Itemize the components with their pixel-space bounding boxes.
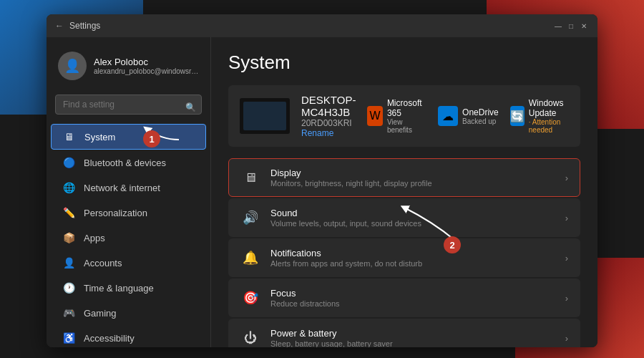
settings-text-display: Display Monitors, brightness, night ligh… — [270, 168, 555, 188]
close-button[interactable]: ✕ — [579, 21, 589, 31]
settings-window: ← Settings — □ ✕ 👤 Alex Poloboc alexandr… — [47, 14, 597, 347]
nav-label-time: Time & language — [84, 283, 154, 294]
user-info: Alex Poloboc alexandru_poloboc@windowsre… — [94, 57, 199, 75]
chevron-icon-sound: › — [565, 213, 568, 223]
settings-list: 🖥 Display Monitors, brightness, night li… — [228, 158, 580, 347]
nav-label-accounts: Accounts — [84, 258, 122, 268]
settings-name-display: Display — [270, 168, 555, 178]
settings-name-focus: Focus — [270, 288, 555, 299]
device-id: 20RD003KRI — [301, 118, 356, 128]
sidebar-item-accessibility[interactable]: ♿ Accessibility — [51, 326, 206, 347]
user-profile: 👤 Alex Poloboc alexandru_poloboc@windows… — [47, 46, 210, 92]
settings-desc-power: Sleep, battery usage, battery saver — [270, 339, 555, 347]
settings-text-notifications: Notifications Alerts from apps and syste… — [270, 248, 555, 268]
nav-icon-apps: 📦 — [62, 231, 75, 244]
window-title: Settings — [69, 21, 100, 31]
nav-icon-network: 🌐 — [62, 181, 75, 194]
main-content: System DESKTOP-MC4H3JB 20RD003KRI Rename… — [211, 37, 597, 347]
settings-name-notifications: Notifications — [270, 248, 555, 258]
chevron-icon-power: › — [565, 333, 568, 344]
nav-list: 🖥 System 🔵 Bluetooth & devices 🌐 Network… — [47, 123, 210, 347]
titlebar-controls: — □ ✕ — [553, 21, 589, 31]
nav-icon-personalization: ✏️ — [62, 206, 75, 219]
annotation-1: 1 — [143, 130, 160, 147]
device-details: DESKTOP-MC4H3JB 20RD003KRI Rename — [301, 94, 356, 138]
settings-name-sound: Sound — [270, 208, 555, 218]
sidebar-item-accounts[interactable]: 👤 Accounts — [51, 251, 206, 275]
nav-icon-accounts: 👤 — [62, 256, 75, 269]
nav-label-personalization: Personalization — [84, 208, 147, 218]
device-bar: DESKTOP-MC4H3JB 20RD003KRI Rename W Micr… — [228, 85, 580, 147]
settings-item-focus[interactable]: 🎯 Focus Reduce distractions › — [228, 279, 580, 317]
quick-link-onedrive[interactable]: ☁ OneDrive Backed up — [438, 98, 499, 134]
quick-link-icon-winupdate: 🔄 — [510, 106, 525, 126]
quick-link-name-onedrive: OneDrive — [462, 107, 499, 117]
user-name: Alex Poloboc — [94, 57, 199, 67]
minimize-button[interactable]: — — [553, 21, 563, 31]
settings-item-display[interactable]: 🖥 Display Monitors, brightness, night li… — [228, 158, 580, 197]
settings-name-power: Power & battery — [270, 328, 555, 339]
search-container: 🔍 — [47, 92, 210, 123]
settings-desc-display: Monitors, brightness, night light, displ… — [270, 179, 555, 188]
settings-desc-focus: Reduce distractions — [270, 299, 555, 308]
quick-link-icon-ms365: W — [367, 106, 382, 126]
quick-link-text-onedrive: OneDrive Backed up — [462, 107, 499, 125]
settings-icon-notifications: 🔔 — [240, 248, 260, 268]
chevron-icon-focus: › — [565, 293, 568, 304]
quick-link-sub-ms365: View benefits — [387, 118, 426, 134]
nav-label-bluetooth: Bluetooth & devices — [84, 158, 166, 168]
sidebar-item-network[interactable]: 🌐 Network & internet — [51, 175, 206, 200]
avatar-icon: 👤 — [64, 58, 80, 74]
window-content: 👤 Alex Poloboc alexandru_poloboc@windows… — [47, 37, 597, 347]
avatar: 👤 — [58, 52, 87, 80]
user-email: alexandru_poloboc@windowsreport... — [94, 67, 199, 75]
sidebar-item-apps[interactable]: 📦 Apps — [51, 226, 206, 250]
quick-link-name-winupdate: Windows Update — [529, 98, 570, 118]
sidebar-item-bluetooth[interactable]: 🔵 Bluetooth & devices — [51, 150, 206, 175]
quick-link-ms365[interactable]: W Microsoft 365 View benefits — [367, 98, 426, 134]
nav-label-apps: Apps — [84, 233, 105, 243]
page-title: System — [228, 52, 580, 74]
settings-item-notifications[interactable]: 🔔 Notifications Alerts from apps and sys… — [228, 238, 580, 277]
settings-text-sound: Sound Volume levels, output, input, soun… — [270, 208, 555, 228]
device-name: DESKTOP-MC4H3JB — [301, 94, 356, 118]
nav-label-network: Network & internet — [84, 183, 160, 193]
settings-icon-display: 🖥 — [240, 168, 260, 188]
sidebar-item-system[interactable]: 🖥 System — [51, 124, 206, 150]
quick-links: W Microsoft 365 View benefits ☁ OneDrive… — [367, 98, 569, 134]
device-thumbnail — [240, 98, 290, 134]
search-input[interactable] — [55, 95, 202, 115]
quick-link-winupdate[interactable]: 🔄 Windows Update · Attention needed — [510, 98, 570, 134]
nav-icon-system: 🖥 — [63, 130, 76, 143]
titlebar-left: ← Settings — [55, 21, 100, 31]
settings-item-sound[interactable]: 🔊 Sound Volume levels, output, input, so… — [228, 198, 580, 237]
settings-item-power[interactable]: ⏻ Power & battery Sleep, battery usage, … — [228, 319, 580, 347]
sidebar: 👤 Alex Poloboc alexandru_poloboc@windows… — [47, 37, 211, 347]
nav-label-system: System — [84, 132, 115, 142]
titlebar: ← Settings — □ ✕ — [47, 14, 597, 37]
sidebar-item-gaming[interactable]: 🎮 Gaming — [51, 301, 206, 325]
search-icon: 🔍 — [185, 102, 196, 112]
annotation-2: 2 — [444, 236, 461, 253]
nav-icon-accessibility: ♿ — [62, 332, 75, 344]
chevron-icon-notifications: › — [565, 253, 568, 263]
sidebar-item-personalization[interactable]: ✏️ Personalization — [51, 200, 206, 225]
quick-link-text-ms365: Microsoft 365 View benefits — [387, 98, 426, 134]
quick-link-sub-onedrive: Backed up — [462, 117, 499, 125]
nav-label-accessibility: Accessibility — [84, 333, 135, 344]
settings-desc-notifications: Alerts from apps and system, do not dist… — [270, 259, 555, 268]
back-button[interactable]: ← — [55, 21, 64, 31]
nav-icon-time: 🕐 — [62, 281, 75, 294]
nav-label-gaming: Gaming — [84, 308, 117, 319]
nav-icon-bluetooth: 🔵 — [62, 156, 75, 169]
device-screen — [243, 102, 286, 130]
maximize-button[interactable]: □ — [566, 21, 576, 31]
settings-icon-power: ⏻ — [240, 328, 260, 347]
sidebar-item-time[interactable]: 🕐 Time & language — [51, 276, 206, 300]
settings-text-focus: Focus Reduce distractions — [270, 288, 555, 308]
rename-link[interactable]: Rename — [301, 128, 356, 138]
settings-icon-focus: 🎯 — [240, 288, 260, 308]
settings-icon-sound: 🔊 — [240, 208, 260, 228]
settings-text-power: Power & battery Sleep, battery usage, ba… — [270, 328, 555, 347]
quick-link-icon-onedrive: ☁ — [438, 106, 458, 126]
